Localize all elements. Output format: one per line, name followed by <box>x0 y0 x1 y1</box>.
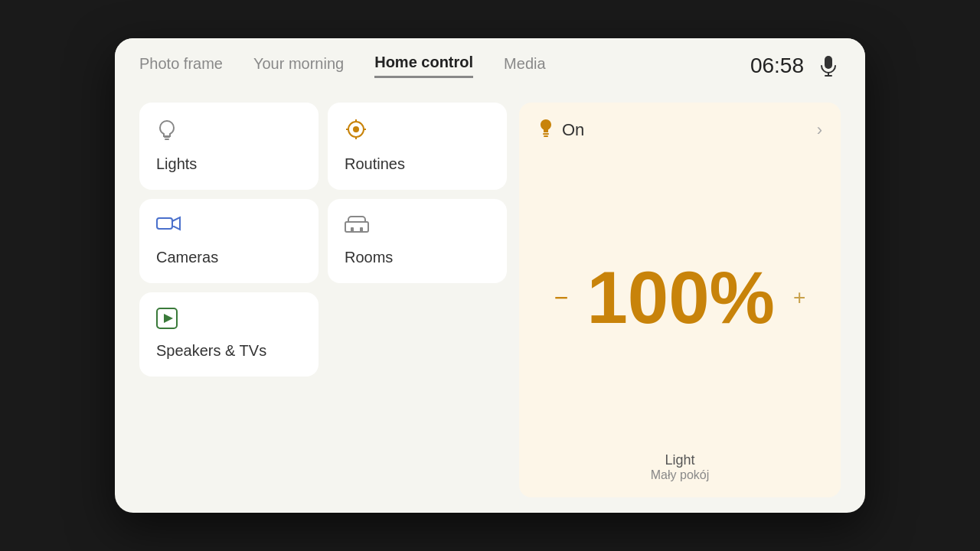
device-frame: Photo frame Your morning Home control Me… <box>115 38 865 513</box>
panel-status: On <box>537 118 584 142</box>
tab-your-morning[interactable]: Your morning <box>253 55 344 77</box>
increase-brightness-button[interactable]: + <box>793 287 805 308</box>
svg-marker-17 <box>164 314 173 323</box>
panel-chevron-icon[interactable]: › <box>817 120 822 140</box>
main-content: Lights Routines <box>115 93 865 513</box>
svg-rect-19 <box>544 135 548 137</box>
device-grid: Lights Routines <box>139 103 507 497</box>
device-location-label: Mały pokój <box>537 468 822 482</box>
top-right-controls: 06:58 <box>750 54 841 78</box>
panel-bulb-icon <box>537 118 554 142</box>
speakers-label: Speakers & TVs <box>156 342 302 360</box>
speakers-icon <box>156 308 302 334</box>
svg-rect-14 <box>351 227 354 232</box>
brightness-control: − 100% + <box>537 142 822 452</box>
rooms-card[interactable]: Rooms <box>328 199 507 283</box>
speakers-card[interactable]: Speakers & TVs <box>139 292 318 377</box>
svg-marker-12 <box>172 217 180 230</box>
svg-rect-0 <box>825 56 832 69</box>
lights-label: Lights <box>156 155 302 173</box>
tab-photo-frame[interactable]: Photo frame <box>139 55 223 77</box>
svg-rect-3 <box>164 136 170 138</box>
svg-rect-11 <box>157 218 172 229</box>
nav-tabs: Photo frame Your morning Home control Me… <box>139 54 750 78</box>
svg-point-6 <box>353 126 359 132</box>
svg-rect-15 <box>360 227 363 232</box>
cameras-icon <box>156 214 302 238</box>
routines-label: Routines <box>345 155 490 173</box>
lights-icon <box>156 118 302 148</box>
status-on-text: On <box>562 120 584 140</box>
routines-icon <box>345 118 490 146</box>
panel-footer: Light Mały pokój <box>537 452 822 482</box>
lights-card[interactable]: Lights <box>139 103 318 190</box>
device-name-label: Light <box>537 452 822 468</box>
svg-rect-13 <box>345 222 368 232</box>
tab-home-control[interactable]: Home control <box>374 54 473 78</box>
rooms-icon <box>345 214 490 238</box>
light-control-panel: On › − 100% + Light Mały pokój <box>519 103 841 497</box>
cameras-card[interactable]: Cameras <box>139 199 318 283</box>
brightness-value: 100% <box>586 261 775 334</box>
cameras-label: Cameras <box>156 249 302 266</box>
svg-rect-4 <box>165 139 169 140</box>
decrease-brightness-button[interactable]: − <box>554 285 569 310</box>
microphone-icon[interactable] <box>816 54 841 78</box>
routines-card[interactable]: Routines <box>328 103 507 190</box>
clock-display: 06:58 <box>750 54 804 78</box>
svg-rect-18 <box>543 133 549 135</box>
top-bar: Photo frame Your morning Home control Me… <box>115 38 865 93</box>
rooms-label: Rooms <box>345 249 490 266</box>
tab-media[interactable]: Media <box>504 55 545 77</box>
panel-header: On › <box>537 118 822 142</box>
